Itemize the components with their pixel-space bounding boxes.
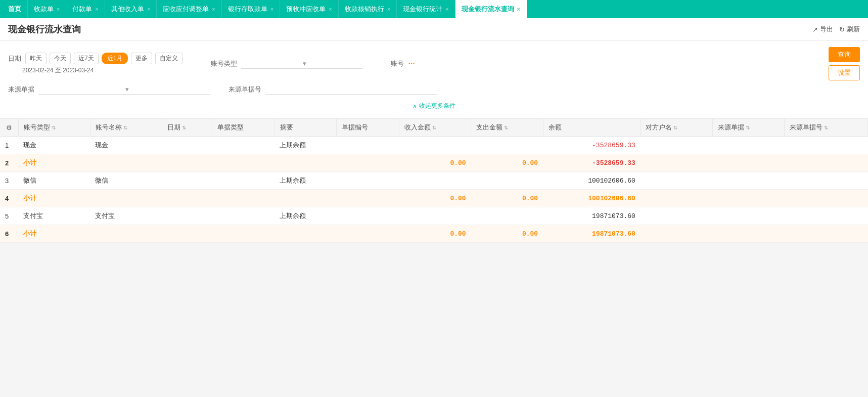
source-doc-select[interactable]: ▾ [38,84,210,95]
close-icon[interactable]: × [517,6,520,12]
nav-tab-7[interactable]: 收款核销执行 × [339,0,397,18]
cell-source-doc [712,225,784,243]
cell-summary [275,225,336,243]
page-title: 现金银行流水查询 [8,23,81,35]
cell-date [162,190,212,207]
table-header: ⚙ 账号类型⇅ 账号名称⇅ 日期⇅ 单据类型 摘要 单据编号 收入金额⇅ 支出金… [0,119,868,137]
nav-tab-4[interactable]: 应收应付调整单 × [157,0,221,18]
sort-icon: ⇅ [824,125,828,130]
cell-account-name [90,190,162,207]
date-today[interactable]: 今天 [50,53,71,64]
account-dots-button[interactable]: ··· [408,59,415,68]
cell-account-name: 现金 [90,137,162,154]
filter-row-2: 来源单据 ▾ 来源单据号 [8,84,860,95]
cell-counterpart [641,172,712,190]
sort-icon: ⇅ [432,125,436,130]
cell-expense [471,172,543,190]
nav-tab-8[interactable]: 现金银行统计 × [397,0,455,18]
column-source-doc-no[interactable]: 来源单据号⇅ [785,119,868,137]
cell-counterpart [641,137,712,154]
cell-date [162,207,212,225]
close-icon[interactable]: × [212,6,215,12]
column-balance[interactable]: 余额 [543,119,641,137]
date-7days[interactable]: 近7天 [74,53,99,64]
cell-balance: -3528659.33 [543,154,641,172]
cell-date [162,154,212,172]
header-actions: ↗ 导出 ↻ 刷新 [812,25,860,34]
cell-doc-no [336,172,399,190]
cell-income: 0.00 [399,190,471,207]
export-button[interactable]: ↗ 导出 [812,25,833,34]
cell-expense: 0.00 [471,225,543,243]
top-nav: 首页 收款单 × 付款单 × 其他收入单 × 应收应付调整单 × 银行存取款单 … [0,0,868,18]
cell-date [162,137,212,154]
close-icon[interactable]: × [57,6,60,12]
cell-source-doc [712,190,784,207]
cell-balance: -3528659.33 [543,137,641,154]
nav-tab-3[interactable]: 其他收入单 × [105,0,157,18]
table-container: ⚙ 账号类型⇅ 账号名称⇅ 日期⇅ 单据类型 摘要 单据编号 收入金额⇅ 支出金… [0,119,868,243]
nav-tab-1[interactable]: 收款单 × [28,0,66,18]
cell-doc-type [212,225,275,243]
table-row: 6 小计 0.00 0.00 19871073.60 [0,225,868,243]
chevron-down-icon: ▾ [125,85,208,93]
sort-icon: ⇅ [673,125,677,130]
column-income[interactable]: 收入金额⇅ [399,119,471,137]
nav-tab-9[interactable]: 现金银行流水查询 × [455,0,527,18]
collapse-icon: ∧ [413,103,417,110]
query-button[interactable]: 查询 [829,47,860,62]
date-custom[interactable]: 自定义 [155,53,182,64]
close-icon[interactable]: × [329,6,332,12]
column-date[interactable]: 日期⇅ [162,119,212,137]
nav-home[interactable]: 首页 [2,0,28,18]
cell-date [162,225,212,243]
cell-source-doc-no [785,190,868,207]
sort-icon: ⇅ [746,125,750,130]
nav-tab-6[interactable]: 预收冲应收单 × [280,0,338,18]
data-table: ⚙ 账号类型⇅ 账号名称⇅ 日期⇅ 单据类型 摘要 单据编号 收入金额⇅ 支出金… [0,119,868,243]
close-icon[interactable]: × [147,6,150,12]
cell-account-type: 小计 [18,190,90,207]
cell-balance: 100102606.60 [543,172,641,190]
refresh-button[interactable]: ↻ 刷新 [839,25,860,34]
cell-doc-type [212,172,275,190]
column-expense[interactable]: 支出金额⇅ [471,119,543,137]
column-doc-no[interactable]: 单据编号 [336,119,399,137]
cell-index: 4 [0,190,18,207]
sort-icon: ⇅ [504,125,508,130]
cell-income [399,207,471,225]
close-icon[interactable]: × [387,6,390,12]
date-more[interactable]: 更多 [131,53,152,64]
nav-tab-5[interactable]: 银行存取款单 × [222,0,280,18]
source-doc-no-input[interactable] [265,84,437,95]
column-account-name[interactable]: 账号名称⇅ [90,119,162,137]
date-1month[interactable]: 近1月 [102,53,128,64]
cell-income [399,137,471,154]
settings-button[interactable]: 设置 [829,65,860,80]
source-doc-no-label: 来源单据号 [229,85,261,94]
column-summary[interactable]: 摘要 [275,119,336,137]
cell-doc-type [212,154,275,172]
collapse-bar[interactable]: ∧ 收起更多条件 [8,99,860,112]
column-counterpart[interactable]: 对方户名⇅ [641,119,712,137]
nav-tab-2[interactable]: 付款单 × [66,0,105,18]
close-icon[interactable]: × [445,6,448,12]
column-gear[interactable]: ⚙ [0,119,18,137]
cell-source-doc-no [785,154,868,172]
close-icon[interactable]: × [95,6,98,12]
account-type-select[interactable]: ▾ [241,59,362,69]
column-source-doc[interactable]: 来源单据⇅ [712,119,784,137]
cell-summary: 上期余额 [275,172,336,190]
filter-row-1: 日期 昨天 今天 近7天 近1月 更多 自定义 2023-02-24 至 202… [8,47,860,80]
close-icon[interactable]: × [270,6,273,12]
cell-account-type: 现金 [18,137,90,154]
column-doc-type[interactable]: 单据类型 [212,119,275,137]
date-label: 日期 [8,54,21,63]
column-account-type[interactable]: 账号类型⇅ [18,119,90,137]
cell-doc-no [336,154,399,172]
cell-source-doc-no [785,172,868,190]
export-icon: ↗ [812,26,818,33]
date-yesterday[interactable]: 昨天 [25,53,47,64]
cell-balance: 19871073.60 [543,225,641,243]
cell-summary: 上期余额 [275,137,336,154]
